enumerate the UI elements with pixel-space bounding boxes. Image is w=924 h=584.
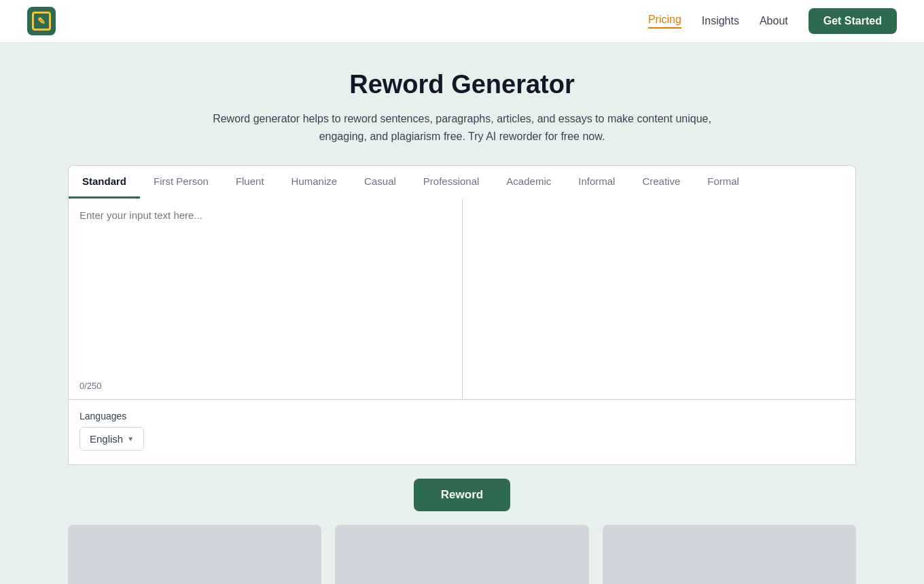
reword-button[interactable]: Reword <box>414 479 510 511</box>
languages-section: Languages English ▼ <box>68 400 856 465</box>
char-count: 0/250 <box>69 375 462 399</box>
chevron-down-icon: ▼ <box>127 435 134 443</box>
logo-icon[interactable]: ✎ <box>27 7 56 35</box>
main-content: Reword Generator Reword generator helps … <box>54 43 870 584</box>
nav-link-about[interactable]: About <box>760 15 788 27</box>
text-areas: 0/250 <box>68 199 856 400</box>
bottom-card-2 <box>335 525 588 584</box>
languages-label: Languages <box>79 411 845 422</box>
tab-academic[interactable]: Academic <box>493 166 565 199</box>
tab-creative[interactable]: Creative <box>628 166 694 199</box>
tabs-container: Standard First Person Fluent Humanize Ca… <box>68 165 856 199</box>
output-area <box>463 199 856 399</box>
bottom-card-3 <box>603 525 856 584</box>
nav-link-insights[interactable]: Insights <box>702 15 739 27</box>
logo-pen-icon: ✎ <box>37 16 46 27</box>
nav-link-pricing[interactable]: Pricing <box>648 14 681 29</box>
tab-formal[interactable]: Formal <box>694 166 753 199</box>
bottom-card-1 <box>68 525 321 584</box>
tab-casual[interactable]: Casual <box>351 166 410 199</box>
language-selected-value: English <box>90 433 123 445</box>
tab-first-person[interactable]: First Person <box>140 166 222 199</box>
tab-informal[interactable]: Informal <box>565 166 628 199</box>
tab-standard[interactable]: Standard <box>69 166 140 199</box>
input-textarea[interactable] <box>69 199 462 375</box>
output-content <box>463 199 856 399</box>
reword-button-container: Reword <box>68 479 856 511</box>
navbar: ✎ Pricing Insights About Get Started <box>0 0 924 43</box>
language-select[interactable]: English ▼ <box>79 427 144 451</box>
tab-humanize[interactable]: Humanize <box>278 166 351 199</box>
tab-professional[interactable]: Professional <box>410 166 493 199</box>
tab-fluent[interactable]: Fluent <box>222 166 278 199</box>
logo-area: ✎ <box>27 7 56 35</box>
logo-inner: ✎ <box>32 12 51 31</box>
navbar-links: Pricing Insights About Get Started <box>648 8 897 34</box>
get-started-button[interactable]: Get Started <box>808 8 897 34</box>
bottom-cards <box>68 525 856 584</box>
page-description: Reword generator helps to reword sentenc… <box>68 110 856 145</box>
input-area: 0/250 <box>69 199 463 399</box>
page-title: Reword Generator <box>68 70 856 99</box>
